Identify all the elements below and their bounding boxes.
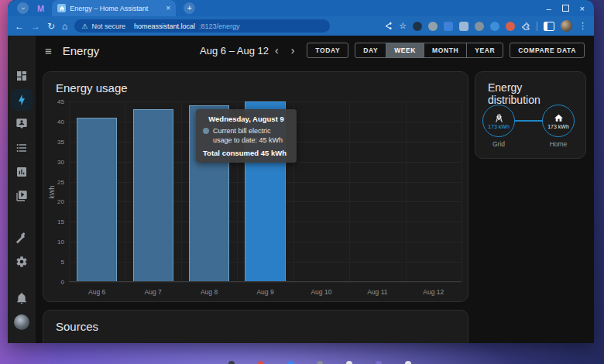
home-icon [554, 113, 564, 123]
prev-period-button[interactable]: ‹ [269, 44, 285, 57]
window-maximize-button[interactable] [562, 5, 569, 12]
extension-gray-icon[interactable] [428, 22, 438, 31]
bar-aug-6[interactable] [77, 118, 117, 282]
gridline [349, 101, 350, 282]
shelf-app-icon-4[interactable] [346, 361, 352, 364]
extension-circle-arrow-icon[interactable] [475, 22, 484, 31]
energy-usage-title: Energy usage [43, 72, 468, 94]
x-tick-label: Aug 9 [256, 288, 273, 296]
extension-clock-icon[interactable] [490, 22, 499, 31]
y-axis-label: kWh [48, 186, 56, 199]
menu-kebab-icon[interactable]: ⋮ [578, 21, 587, 31]
extension-dark-icon[interactable] [413, 22, 422, 31]
y-tick-label: 45 [57, 98, 64, 105]
view-dashboard-icon [15, 70, 28, 82]
shelf-app-icon-2[interactable] [287, 361, 293, 364]
forward-icon[interactable]: → [31, 22, 40, 31]
sidebar-item-media[interactable] [11, 185, 33, 207]
map-person-icon [15, 118, 28, 130]
period-tab-day[interactable]: DAY [355, 43, 386, 57]
sidebar-item-developer-tools[interactable] [11, 227, 33, 249]
shelf-app-icon-1[interactable] [258, 361, 264, 364]
tooltip-series-line: Current bill electric usage to date: 45 … [213, 127, 290, 145]
x-tick-label: Aug 8 [201, 288, 218, 296]
address-bar[interactable]: ⚠ Not secure homeassistant.local:8123/en… [74, 19, 330, 33]
grid-home-link [513, 120, 544, 122]
shelf-app-icon-6[interactable] [405, 361, 411, 364]
browser-profile-avatar[interactable] [561, 20, 572, 32]
extension-red-icon[interactable] [506, 22, 515, 31]
sidebar-item-notifications[interactable] [11, 287, 33, 309]
home-icon[interactable]: ⌂ [62, 22, 67, 31]
home-assistant-page: ≡ Energy Aug 6 – Aug 12 ‹ › TODAY DAYWEE… [8, 36, 594, 343]
x-tick-label: Aug 12 [423, 288, 444, 296]
today-button[interactable]: TODAY [307, 43, 348, 58]
extensions-puzzle-icon[interactable] [521, 22, 530, 31]
home-value: 173 kWh [547, 124, 569, 129]
sidebar-item-overview[interactable] [11, 65, 33, 87]
y-tick-label: 0 [61, 279, 64, 286]
extension-m-icon[interactable] [459, 22, 468, 31]
gridline [181, 101, 182, 282]
energy-distribution-card: Energy distribution 173 kWh 173 kWh Grid [475, 71, 586, 159]
home-node[interactable]: 173 kWh [542, 105, 575, 137]
x-tick-label: Aug 11 [367, 288, 387, 296]
sidebar-item-map[interactable] [11, 113, 33, 135]
side-panel-icon[interactable] [544, 22, 554, 31]
shelf-app-icon-3[interactable] [317, 361, 323, 364]
period-tab-week[interactable]: WEEK [386, 43, 424, 57]
chart-tooltip: Wednesday, August 9 Current bill electri… [196, 109, 297, 163]
url-host: homeassistant.local [134, 22, 195, 30]
shelf-app-icon-5[interactable] [376, 361, 382, 364]
x-axis-line [69, 281, 462, 282]
period-tab-year[interactable]: YEAR [467, 43, 503, 57]
y-tick-label: 40 [57, 118, 64, 125]
period-segmented-control: DAYWEEKMONTHYEAR [355, 43, 503, 58]
sidebar-item-logbook[interactable] [11, 137, 33, 159]
x-tick-label: Aug 7 [145, 288, 162, 296]
m-logo-icon[interactable]: M [37, 4, 44, 13]
back-icon[interactable]: ← [15, 22, 24, 31]
energy-header: ≡ Energy Aug 6 – Aug 12 ‹ › TODAY DAYWEE… [36, 36, 594, 65]
sidebar-item-profile[interactable] [11, 311, 33, 333]
chart-box-icon [15, 166, 28, 178]
y-tick-label: 15 [57, 218, 64, 225]
next-period-button[interactable]: › [285, 44, 301, 57]
sidebar [8, 36, 36, 343]
share-icon[interactable] [384, 22, 393, 30]
reload-icon[interactable]: ↻ [47, 22, 55, 31]
window-minimize-button[interactable]: – [546, 4, 551, 13]
extensions-cluster [413, 22, 515, 31]
tab-close-icon[interactable]: × [166, 5, 170, 12]
energy-distribution-title: Energy distribution [475, 72, 585, 106]
x-tick-label: Aug 10 [311, 288, 331, 296]
sidebar-item-settings[interactable] [11, 251, 33, 273]
extension-blue-square-icon[interactable] [444, 22, 453, 31]
home-label: Home [542, 140, 575, 148]
y-tick-label: 5 [61, 259, 64, 266]
y-tick-label: 20 [57, 198, 64, 205]
browser-tab[interactable]: Energy – Home Assistant × [52, 0, 176, 16]
y-tick-label: 35 [57, 138, 64, 145]
page-title: Energy [63, 44, 100, 57]
sidebar-item-history[interactable] [11, 161, 33, 183]
shelf-app-icon-0[interactable] [228, 361, 235, 364]
hamburger-menu-icon[interactable]: ≡ [45, 44, 52, 57]
browser-toolbar: ← → ↻ ⌂ ⚠ Not secure homeassistant.local… [8, 16, 594, 36]
bookmark-star-icon[interactable]: ☆ [399, 21, 407, 31]
tab-search-button[interactable] [17, 2, 29, 14]
os-shelf[interactable] [228, 361, 411, 364]
bar-aug-7[interactable] [133, 109, 173, 282]
url-path: :8123/energy [199, 22, 240, 30]
compare-data-button[interactable]: COMPARE DATA [510, 43, 585, 58]
sidebar-item-energy[interactable] [11, 89, 33, 111]
gridline [406, 101, 407, 282]
period-tab-month[interactable]: MONTH [424, 43, 467, 57]
grid-node[interactable]: 173 kWh [482, 105, 515, 137]
window-close-button[interactable]: × [580, 4, 585, 13]
new-tab-button[interactable]: + [184, 2, 195, 14]
y-tick-label: 30 [57, 158, 64, 165]
gridline [69, 282, 462, 283]
gear-icon [15, 256, 28, 268]
date-range-label[interactable]: Aug 6 – Aug 12 [200, 45, 269, 57]
